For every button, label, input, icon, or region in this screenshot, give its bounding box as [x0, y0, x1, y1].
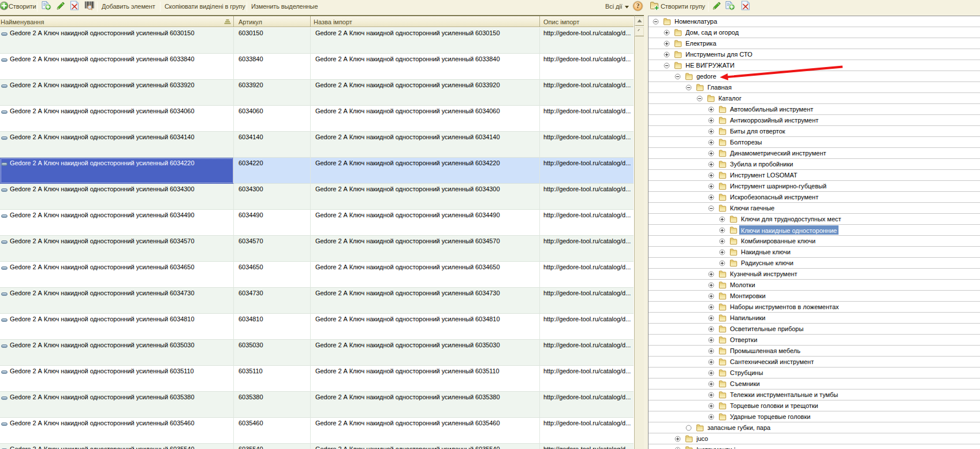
svg-text:?: ?	[636, 2, 640, 9]
